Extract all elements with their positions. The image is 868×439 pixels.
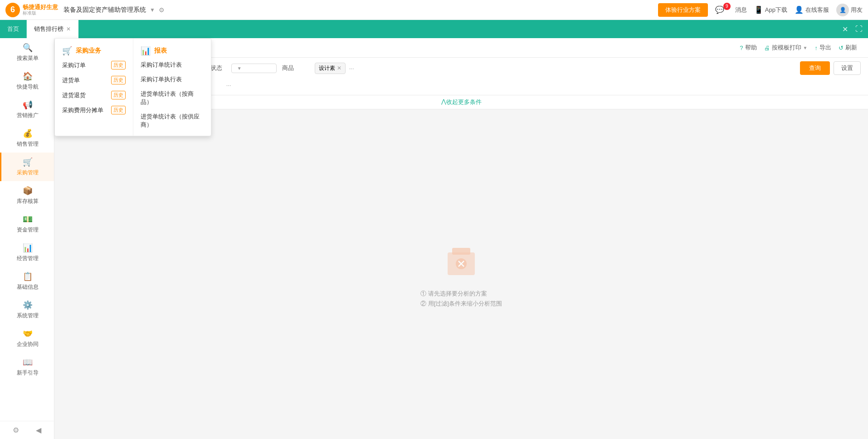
- dropdown-item-goods-return[interactable]: 进货退货 历史: [55, 88, 133, 103]
- enterprise-icon: 🤝: [23, 329, 33, 339]
- history-badge-0: 历史: [111, 61, 126, 69]
- funds-icon: 💵: [23, 214, 33, 224]
- sidebar-item-sales[interactable]: 💰 销售管理: [0, 124, 54, 153]
- tab-home[interactable]: 首页: [0, 20, 27, 38]
- tab-close-icon[interactable]: ✕: [66, 26, 71, 32]
- empty-tip2: ② 用[过滤]条件来缩小分析范围: [420, 300, 502, 308]
- system-title-arrow-icon[interactable]: ▼: [150, 7, 155, 13]
- purchase-dropdown-menu: 🛒 采购业务 采购订单 历史 进货单 历史 进货退货 历史 采购费用分摊单 历史: [54, 38, 211, 136]
- sidebar-item-basic-info-label: 基础信息: [17, 283, 39, 291]
- refresh-button[interactable]: ↺ 刷新: [835, 42, 861, 54]
- marketing-icon: 📢: [23, 100, 33, 110]
- dropdown-item-purchase-order-exec[interactable]: 采购订单执行表: [133, 72, 211, 87]
- sidebar-item-enterprise[interactable]: 🤝 企业协同: [0, 324, 54, 353]
- sidebar-bottom: ⚙ ◀: [0, 421, 54, 439]
- sidebar-item-purchase[interactable]: 🛒 采购管理: [0, 153, 54, 181]
- dropdown-item-purchase-order-stats-label: 采购订单统计表: [141, 61, 182, 69]
- sidebar-item-basic-info[interactable]: 📋 基础信息: [0, 267, 54, 296]
- sidebar-item-sales-label: 销售管理: [17, 140, 39, 148]
- sidebar-item-marketing[interactable]: 📢 营销推广: [0, 95, 54, 124]
- tab-home-label: 首页: [7, 25, 19, 33]
- dropdown-item-purchase-order-label: 采购订单: [62, 61, 86, 69]
- export-button[interactable]: ↑ 导出: [811, 42, 835, 54]
- dropdown-item-goods-stats-by-goods[interactable]: 进货单统计表（按商品）: [133, 87, 211, 109]
- goods-tag-remove-icon[interactable]: ✕: [337, 65, 341, 71]
- query-button[interactable]: 查询: [800, 61, 830, 75]
- sales-icon: 💰: [23, 128, 33, 138]
- trial-button[interactable]: 体验行业方案: [658, 3, 708, 17]
- voucher-status-select[interactable]: ▼: [231, 64, 277, 73]
- user-avatar: 👤: [836, 4, 849, 16]
- online-service-button[interactable]: 👤 在线客服: [795, 5, 829, 14]
- print-button[interactable]: 🖨 按模板打印 ▼: [761, 42, 811, 54]
- sidebar-item-system[interactable]: ⚙️ 系统管理: [0, 296, 54, 324]
- dropdown-item-purchase-expense[interactable]: 采购费用分摊单 历史: [55, 103, 133, 118]
- sidebar-item-enterprise-label: 企业协同: [17, 340, 39, 348]
- search-icon: 🔍: [23, 43, 33, 53]
- setting-button[interactable]: 设置: [834, 61, 861, 75]
- purchase-col: 🛒 采购业务 采购订单 历史 进货单 历史 进货退货 历史 采购费用分摊单 历史: [55, 39, 133, 136]
- goods-tag-value: 设计素: [319, 64, 335, 72]
- logo-area: 6 畅捷通好生意 标准版: [5, 3, 60, 17]
- dropdown-item-purchase-order[interactable]: 采购订单 历史: [55, 58, 133, 73]
- tab-bar: 首页 销售排行榜 ✕ ✕ ⛶: [0, 20, 868, 38]
- purchase-col-icon: 🛒: [62, 46, 72, 56]
- app-download-button[interactable]: 📱 App下载: [754, 5, 787, 14]
- goods-tag: 设计素 ✕: [315, 63, 346, 74]
- sidebar-collapse-icon[interactable]: ◀: [36, 426, 41, 434]
- sidebar-item-guide-label: 新手引导: [17, 369, 39, 377]
- sidebar-item-funds[interactable]: 💵 资金管理: [0, 210, 54, 238]
- goods-more-icon[interactable]: ···: [347, 65, 356, 72]
- print-icon: 🖨: [764, 44, 770, 51]
- tab-bar-right: ✕ ⛶: [840, 23, 868, 35]
- help-label: 帮助: [745, 44, 757, 52]
- purchase-col-header: 🛒 采购业务: [55, 42, 133, 58]
- dropdown-item-goods-stats-by-supplier[interactable]: 进货单统计表（按供应商）: [133, 109, 211, 132]
- messages-icon: 💬: [715, 5, 724, 14]
- sidebar-item-inventory[interactable]: 📦 库存核算: [0, 181, 54, 210]
- goods-filter: 设计素 ✕ ···: [315, 63, 356, 74]
- sidebar-settings-icon[interactable]: ⚙: [13, 426, 19, 434]
- system-settings-icon[interactable]: ⚙: [159, 6, 165, 14]
- dropdown-item-goods-stats-by-supplier-label: 进货单统计表（按供应商）: [141, 113, 204, 129]
- action-buttons: 查询 设置: [800, 61, 861, 75]
- tab-maximize-icon[interactable]: ⛶: [853, 23, 864, 35]
- logo-sub-text: 标准版: [23, 10, 58, 16]
- basic-info-icon: 📋: [23, 271, 33, 281]
- purchase-col-title: 采购业务: [76, 47, 101, 55]
- history-badge-2: 历史: [111, 91, 126, 99]
- app-download-label: App下载: [765, 6, 787, 14]
- sidebar-item-operations[interactable]: 📊 经营管理: [0, 238, 54, 267]
- help-button[interactable]: ? 帮助: [736, 42, 760, 54]
- top-header: 6 畅捷通好生意 标准版 装备及固定资产辅助管理系统 ▼ ⚙ 体验行业方案 💬 …: [0, 0, 868, 20]
- dropdown-item-purchase-order-stats[interactable]: 采购订单统计表: [133, 58, 211, 72]
- collapse-icon: ⋀: [441, 98, 446, 106]
- dropdown-item-goods-receipt[interactable]: 进货单 历史: [55, 73, 133, 88]
- sidebar-item-inventory-label: 库存核算: [17, 197, 39, 205]
- sidebar-item-search[interactable]: 🔍 搜索菜单: [0, 38, 54, 67]
- goods-label: 商品: [282, 64, 309, 72]
- messages-badge: 9: [723, 3, 731, 10]
- messages-label: 消息: [735, 6, 747, 14]
- messages-button[interactable]: 💬 9 消息: [715, 5, 747, 14]
- customer-filter: ···: [224, 82, 233, 89]
- user-area[interactable]: 👤 用友: [836, 4, 863, 16]
- dropdown-item-purchase-expense-label: 采购费用分摊单: [62, 106, 103, 114]
- system-title-area: 装备及固定资产辅助管理系统 ▼ ⚙: [63, 6, 658, 14]
- sidebar-item-quick-nav[interactable]: 🏠 快捷导航: [0, 67, 54, 95]
- sidebar-item-guide[interactable]: 📖 新手引导: [0, 353, 54, 381]
- voucher-status-arrow-icon: ▼: [237, 66, 242, 71]
- header-right: 💬 9 消息 📱 App下载 👤 在线客服 👤 用友: [715, 4, 863, 16]
- history-badge-1: 历史: [111, 76, 126, 84]
- tab-close-all-icon[interactable]: ✕: [840, 23, 850, 35]
- sidebar-item-funds-label: 资金管理: [17, 226, 39, 234]
- customer-more-icon[interactable]: ···: [224, 82, 233, 89]
- print-label: 按模板打印: [772, 44, 801, 52]
- print-arrow-icon: ▼: [803, 45, 808, 50]
- sidebar: 🔍 搜索菜单 🏠 快捷导航 📢 营销推广 💰 销售管理 🛒 采购管理 📦 库存核…: [0, 38, 54, 439]
- logo-text: 畅捷通好生意 标准版: [23, 4, 58, 16]
- history-badge-3: 历史: [111, 106, 126, 114]
- sidebar-item-marketing-label: 营销推广: [17, 112, 39, 119]
- dropdown-item-purchase-order-exec-label: 采购订单执行表: [141, 75, 182, 84]
- tab-sales-rank[interactable]: 销售排行榜 ✕: [27, 20, 78, 38]
